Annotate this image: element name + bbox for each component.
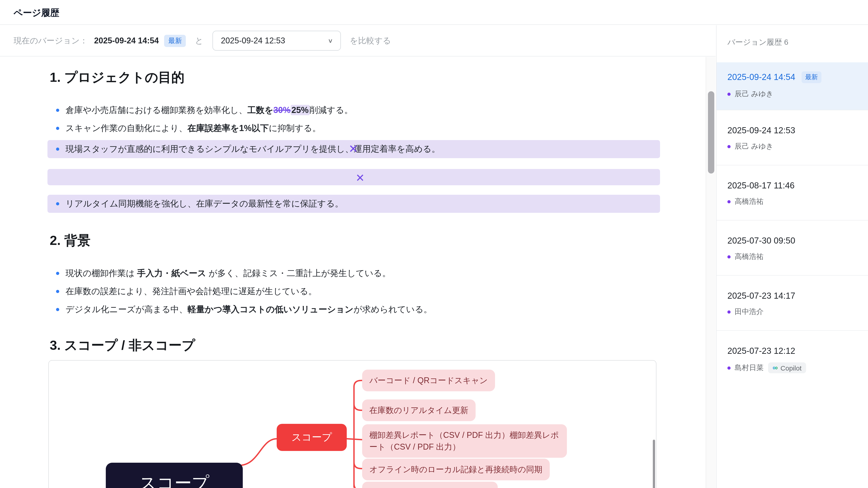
bullet-icon: [56, 290, 59, 293]
bullet-item: 在庫数の誤差により、発注計画や会計処理に遅延が生じている。: [48, 283, 660, 300]
inserted-text: 25%: [290, 105, 309, 115]
chevron-down-icon: ∨: [328, 37, 333, 44]
version-item[interactable]: 2025-09-24 12:53 辰己 みゆき: [717, 110, 868, 165]
version-item[interactable]: 2025-08-17 11:46 高橋浩祐: [717, 165, 868, 220]
copilot-infinity-icon: ∞: [773, 364, 778, 372]
section-2-bullets: 現状の棚卸作業は 手入力・紙ベース が多く、記録ミス・二重計上が発生している。 …: [48, 264, 660, 319]
version-date-link[interactable]: 2025-07-23 14:17: [727, 291, 795, 301]
mindmap-leaf-node[interactable]: ユーザー権限管理（閲覧 / 更新）: [362, 482, 498, 488]
bullet-text-bold: 軽量かつ導入コストの低いソリューション: [188, 304, 353, 314]
scope-mindmap-canvas[interactable]: スコープ スコープ バーコード / QRコードスキャン 在庫数のリアルタイム更新…: [49, 360, 656, 488]
bullet-item: 現状の棚卸作業は 手入力・紙ベース が多く、記録ミス・二重計上が発生している。: [48, 264, 660, 283]
bullet-text: 削減する。: [309, 105, 353, 115]
root-node-label: スコープ: [139, 471, 209, 488]
bullet-text: リアルタイム同期機能を強化し、在庫データの最新性を常に保証する。: [66, 199, 343, 208]
bullet-item: 倉庫や小売店舗における棚卸業務を効率化し、工数を30%25%削減する。: [48, 101, 660, 119]
version-compare-bar: 現在のバージョン： 2025-09-24 14:54 最新 と 2025-09-…: [0, 25, 716, 57]
bullet-icon: [56, 148, 59, 151]
bullet-text: に抑制する。: [269, 123, 321, 133]
compare-version-selected-value: 2025-09-24 12:53: [221, 36, 285, 45]
author-name: 島村日菜: [735, 363, 764, 372]
current-version-value: 2025-09-24 14:54: [94, 36, 159, 45]
main-scrollbar-track[interactable]: [706, 57, 716, 488]
author-dot-icon: [727, 311, 731, 314]
version-item[interactable]: 2025-07-23 14:17 田中浩介: [717, 275, 868, 330]
author-dot-icon: [727, 93, 731, 96]
page-title: ページ履歴: [13, 7, 59, 19]
diagram-scrollbar-thumb[interactable]: [653, 440, 655, 488]
section-1-heading: 1. プロジェクトの目的: [50, 70, 706, 85]
deleted-block-row: ✕: [48, 169, 660, 185]
delete-x-icon: ✕: [355, 172, 365, 184]
version-item-selected[interactable]: 2025-09-24 14:54 最新 辰己 みゆき: [717, 62, 868, 110]
compare-suffix-label: を比較する: [350, 35, 391, 46]
bullet-text: が多く、記録ミス・二重計上が発生している。: [206, 268, 391, 278]
author-dot-icon: [727, 200, 731, 203]
branch-node-label: スコープ: [291, 431, 332, 444]
author-name: 辰己 みゆき: [735, 90, 773, 99]
bullet-item: スキャン作業の自動化により、在庫誤差率を1%以下に抑制する。: [48, 119, 660, 137]
mindmap-root-node[interactable]: スコープ: [106, 463, 243, 488]
section-1-bullets: 倉庫や小売店舗における棚卸業務を効率化し、工数を30%25%削減する。 スキャン…: [48, 101, 660, 213]
document-diff-pane: 1. プロジェクトの目的 倉庫や小売店舗における棚卸業務を効率化し、工数を30%…: [0, 57, 706, 488]
bullet-text-bold: 在庫誤差率を1%以下: [187, 123, 269, 133]
version-history-title: バージョン履歴 6: [727, 37, 868, 47]
page-history-view: ページ履歴 現在のバージョン： 2025-09-24 14:54 最新 と 20…: [0, 0, 868, 488]
main-scrollbar-thumb[interactable]: [708, 91, 714, 173]
bullet-icon: [56, 272, 59, 275]
bullet-text: 現場スタッフが直感的に利用できるシンプルなモバイルアプリを提供し、運用定着率を高…: [66, 144, 440, 154]
bullet-icon: [56, 202, 59, 205]
author-name: 高橋浩祐: [735, 252, 764, 262]
latest-badge: 最新: [802, 71, 822, 83]
author-dot-icon: [727, 255, 731, 258]
bullet-text: が求められている。: [353, 304, 432, 314]
bullet-icon: [56, 308, 59, 311]
section-2-heading: 2. 背景: [50, 233, 706, 248]
author-name: 高橋浩祐: [735, 197, 764, 206]
delete-x-icon: ✕: [348, 140, 358, 158]
bullet-text: 現状の棚卸作業は: [66, 268, 137, 278]
version-date-link[interactable]: 2025-08-17 11:46: [727, 181, 795, 191]
version-date-link[interactable]: 2025-09-24 12:53: [727, 126, 795, 135]
mindmap-branch-node-scope[interactable]: スコープ: [277, 424, 347, 451]
version-item[interactable]: 2025-07-30 09:50 高橋浩祐: [717, 220, 868, 275]
bullet-item: デジタル化ニーズが高まる中、軽量かつ導入コストの低いソリューションが求められてい…: [48, 300, 660, 319]
section-3-heading: 3. スコープ / 非スコープ: [50, 337, 706, 353]
bullet-text: デジタル化ニーズが高まる中、: [66, 304, 188, 314]
version-date-link[interactable]: 2025-07-23 12:12: [727, 346, 795, 356]
current-version-label: 現在のバージョン：: [13, 35, 88, 46]
version-date-link[interactable]: 2025-07-30 09:50: [727, 236, 795, 246]
page-header: ページ履歴: [0, 0, 868, 25]
deleted-text: 30%: [273, 105, 290, 115]
bullet-text: スキャン作業の自動化により、: [66, 123, 187, 133]
author-name: 辰己 みゆき: [735, 142, 773, 151]
bullet-text-bold: 手入力・紙ベース: [137, 268, 206, 278]
mindmap-leaf-node[interactable]: オフライン時のローカル記録と再接続時の同期: [362, 459, 550, 480]
mindmap-leaf-node[interactable]: 棚卸差異レポート（CSV / PDF 出力）棚卸差異レポート（CSV / PDF…: [362, 424, 567, 458]
bullet-icon: [56, 127, 59, 130]
copilot-badge: ∞ Copilot: [768, 362, 806, 373]
version-history-sidebar: バージョン履歴 6 2025-09-24 14:54 最新 辰己 みゆき 202…: [716, 25, 868, 488]
author-name: 田中浩介: [735, 307, 764, 317]
bullet-text-bold: 工数を: [247, 105, 273, 115]
author-dot-icon: [727, 145, 731, 148]
bullet-text: 倉庫や小売店舗における棚卸業務を効率化し、: [66, 105, 247, 115]
latest-badge: 最新: [164, 35, 186, 47]
mindmap-leaf-node[interactable]: 在庫数のリアルタイム更新: [362, 399, 475, 421]
bullet-text: 在庫数の誤差により、発注計画や会計処理に遅延が生じている。: [66, 287, 317, 296]
mindmap-leaf-node[interactable]: バーコード / QRコードスキャン: [362, 369, 495, 391]
bullet-icon: [56, 109, 59, 112]
version-date-link[interactable]: 2025-09-24 14:54: [727, 72, 795, 82]
author-dot-icon: [727, 366, 731, 369]
version-item[interactable]: 2025-07-23 12:12 島村日菜 ∞ Copilot: [717, 330, 868, 387]
changed-bullet-item: リアルタイム同期機能を強化し、在庫データの最新性を常に保証する。: [48, 195, 660, 213]
changed-bullet-item: 現場スタッフが直感的に利用できるシンプルなモバイルアプリを提供し、運用定着率を高…: [48, 140, 660, 158]
compare-version-select[interactable]: 2025-09-24 12:53 ∨: [212, 31, 341, 51]
copilot-badge-label: Copilot: [780, 364, 802, 372]
compare-conjunction: と: [195, 35, 203, 46]
